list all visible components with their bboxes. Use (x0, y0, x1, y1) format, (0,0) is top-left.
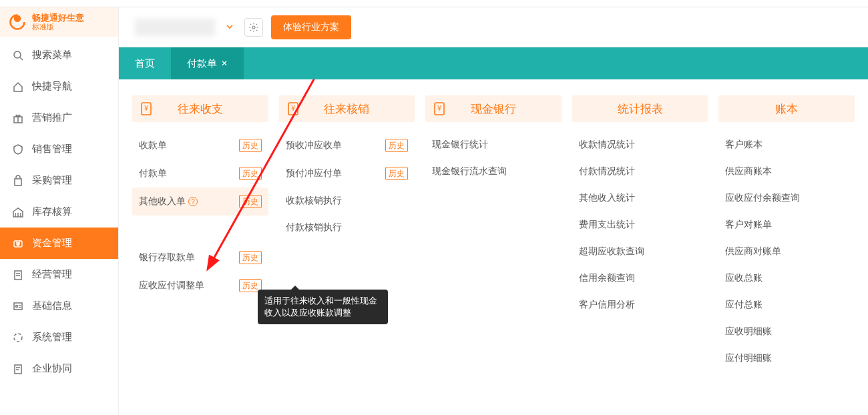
sidebar-item-7[interactable]: 经营管理 (0, 259, 118, 290)
menu-link[interactable]: 付款单历史 (132, 159, 268, 187)
brand-logo-icon (8, 13, 27, 31)
menu-link[interactable]: 其他收入单?历史 (132, 187, 268, 216)
menu-link[interactable]: 应收总账 (718, 265, 855, 292)
menu-link[interactable]: 费用支出统计 (572, 212, 708, 238)
menu-link[interactable]: 付款核销执行 (279, 214, 415, 241)
menu-link-label: 现金银行统计 (432, 139, 488, 151)
svg-line-2 (20, 57, 23, 60)
tab-1[interactable]: 付款单✕ (171, 47, 244, 79)
search-icon (12, 49, 24, 61)
menu-link[interactable]: 其他收入统计 (572, 185, 708, 212)
column-1: ¥往来核销预收冲应收单历史预付冲应付单历史收款核销执行付款核销执行 (279, 95, 415, 399)
tab-0[interactable]: 首页 (119, 47, 171, 79)
column-header: ¥往来核销 (279, 95, 415, 122)
column-title: 统计报表 (618, 101, 663, 117)
column-title: 往来收支 (178, 101, 223, 117)
history-badge[interactable]: 历史 (239, 251, 262, 264)
column-header: ¥现金银行 (425, 95, 562, 122)
menu-link-label: 预收冲应收单 (286, 139, 342, 151)
menu-link-label: 供应商账本 (725, 165, 772, 177)
menu-link-label: 应收总账 (725, 272, 763, 284)
menu-link[interactable]: 银行存取款单历史 (132, 244, 268, 272)
content-area: ¥往来收支收款单历史付款单历史其他收入单?历史费用单历史银行存取款单历史应收应付… (119, 79, 868, 415)
menu-link[interactable]: 收款情况统计 (572, 131, 708, 158)
menu-link[interactable]: 付款情况统计 (572, 158, 708, 185)
sidebar-item-9[interactable]: 系统管理 (0, 322, 118, 353)
menu-link[interactable]: 供应商对账单 (718, 238, 855, 265)
menu-link[interactable]: 预收冲应收单历史 (279, 131, 415, 159)
menu-link-label: 付款单 (139, 167, 167, 179)
warehouse-icon (12, 206, 24, 218)
header-bar: 体验行业方案 (119, 7, 868, 47)
home-icon (12, 81, 24, 93)
help-icon[interactable]: ? (188, 197, 198, 206)
settings-gear-icon[interactable] (244, 18, 263, 37)
menu-link[interactable]: 现金银行流水查询 (425, 158, 562, 185)
svg-text:¥: ¥ (290, 105, 295, 112)
history-badge[interactable]: 历史 (385, 167, 408, 180)
svg-point-15 (16, 305, 18, 307)
sidebar-item-0[interactable]: 搜索菜单 (0, 39, 118, 71)
tooltip: 适用于往来收入和一般性现金收入以及应收账款调整 (258, 290, 388, 324)
column-header: ¥往来收支 (132, 95, 268, 122)
menu-link-label: 付款情况统计 (579, 165, 635, 177)
menu-link[interactable]: 超期应收款查询 (572, 238, 708, 265)
column-3: 统计报表收款情况统计付款情况统计其他收入统计费用支出统计超期应收款查询信用余额查… (572, 95, 708, 399)
menu-link-label: 应收应付余额查询 (725, 192, 800, 204)
sidebar-item-label: 企业协同 (32, 362, 72, 375)
menu-link[interactable]: 应付总账 (718, 292, 855, 318)
sidebar-item-2[interactable]: 营销推广 (0, 102, 118, 133)
tab-label: 首页 (135, 57, 155, 70)
menu-link[interactable]: 应收应付调整单历史 (132, 272, 268, 300)
menu-link-label: 其他收入单? (139, 195, 198, 208)
history-badge[interactable]: 历史 (239, 195, 262, 208)
sidebar-item-8[interactable]: 基础信息 (0, 290, 118, 322)
menu-link-label: 费用支出统计 (579, 219, 635, 231)
right-panel: 体验行业方案 首页付款单✕ ¥往来收支收款单历史付款单历史其他收入单?历史费用单… (119, 7, 868, 415)
menu-link[interactable]: 供应商账本 (718, 158, 855, 185)
menu-link[interactable]: 应付明细账 (718, 345, 855, 372)
menu-link-label: 预付冲应付单 (286, 167, 342, 179)
column-4: 账本客户账本供应商账本应收应付余额查询客户对账单供应商对账单应收总账应付总账应收… (718, 95, 855, 399)
menu-link[interactable]: 信用余额查询 (572, 265, 708, 292)
menu-link[interactable]: 客户信用分析 (572, 292, 708, 318)
column-header-icon: ¥ (286, 101, 302, 117)
card-icon (12, 300, 24, 312)
menu-link[interactable]: 客户对账单 (718, 212, 855, 238)
bag-icon (12, 175, 24, 187)
menu-link[interactable]: 收款单历史 (132, 131, 268, 159)
sidebar-item-6[interactable]: ¥资金管理 (0, 228, 118, 259)
main-layout: 畅捷通好生意 标准版 搜索菜单快捷导航营销推广销售管理采购管理库存核算¥资金管理… (0, 7, 868, 415)
column-header: 账本 (718, 95, 855, 122)
brand-title: 畅捷通好生意 (32, 13, 84, 23)
history-badge[interactable]: 历史 (239, 167, 262, 180)
menu-link-label: 超期应收款查询 (579, 246, 644, 258)
industry-template-button[interactable]: 体验行业方案 (271, 15, 351, 39)
history-badge[interactable]: 历史 (385, 139, 408, 152)
org-switch-caret-icon[interactable] (223, 19, 236, 35)
sidebar-item-5[interactable]: 库存核算 (0, 196, 118, 228)
brand: 畅捷通好生意 标准版 (0, 7, 118, 37)
column-0: ¥往来收支收款单历史付款单历史其他收入单?历史费用单历史银行存取款单历史应收应付… (132, 95, 268, 399)
svg-point-1 (14, 51, 21, 58)
menu-link[interactable]: 收款核销执行 (279, 187, 415, 214)
menu-link-label: 客户信用分析 (579, 299, 635, 311)
menu-link[interactable]: 预付冲应付单历史 (279, 159, 415, 187)
menu-link[interactable]: 现金银行统计 (425, 131, 562, 158)
sidebar-item-3[interactable]: 销售管理 (0, 133, 118, 165)
menu-link[interactable]: 客户账本 (718, 131, 855, 158)
tab-close-icon[interactable]: ✕ (221, 59, 228, 68)
sidebar-item-label: 快捷导航 (32, 80, 72, 93)
sidebar-item-label: 营销推广 (32, 111, 72, 124)
sidebar-item-4[interactable]: 采购管理 (0, 165, 118, 196)
menu-link[interactable]: 应收明细账 (718, 318, 855, 345)
money-icon: ¥ (12, 238, 24, 250)
history-badge[interactable]: 历史 (239, 139, 262, 152)
sidebar-item-10[interactable]: 企业协同 (0, 353, 118, 384)
menu-link-label: 应收明细账 (725, 326, 772, 338)
sidebar-item-label: 销售管理 (32, 143, 72, 155)
menu-link[interactable]: 应收应付余额查询 (718, 185, 855, 212)
sidebar-item-1[interactable]: 快捷导航 (0, 71, 118, 102)
column-list: 客户账本供应商账本应收应付余额查询客户对账单供应商对账单应收总账应付总账应收明细… (718, 131, 855, 372)
tabs-bar: 首页付款单✕ (119, 47, 868, 79)
